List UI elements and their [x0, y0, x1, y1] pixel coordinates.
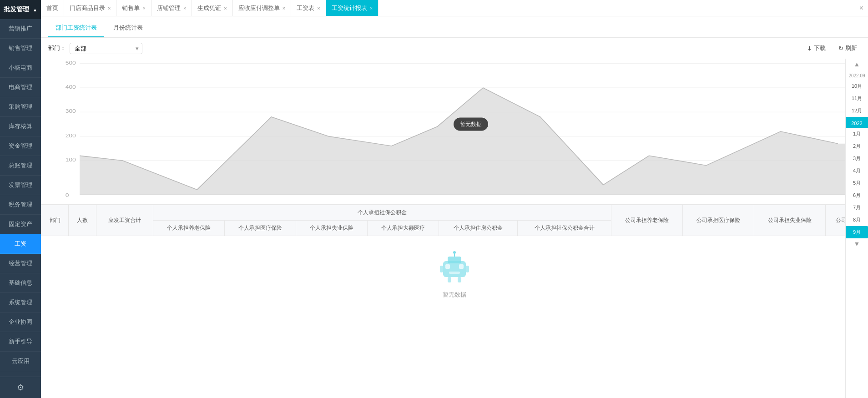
date-nav-up[interactable]: ▲ — [846, 59, 868, 70]
sidebar-item-yyyp[interactable]: 云应用 — [0, 352, 41, 371]
tab-label-home: 首页 — [46, 4, 58, 12]
refresh-button[interactable]: ↻ 刷新 — [835, 42, 861, 54]
date-month-8[interactable]: 8月 — [846, 214, 868, 226]
date-month-5[interactable]: 5月 — [846, 177, 868, 189]
date-month-4[interactable]: 4月 — [846, 165, 868, 177]
col-personal-unemployment: 个人承担失业保险 — [296, 221, 367, 236]
sidebar-item-zjgl[interactable]: 资金管理 — [0, 136, 41, 156]
sidebar-item-swgl[interactable]: 税务管理 — [0, 195, 41, 215]
tab-voucher[interactable]: 生成凭证× — [192, 0, 232, 16]
date-month-12[interactable]: 12月 — [846, 105, 868, 117]
date-month-6[interactable]: 6月 — [846, 189, 868, 202]
toolbar-left: 部门： 全部 — [48, 43, 142, 54]
col-personal-total: 个人承担社保公积金合计 — [518, 221, 611, 236]
tab-close-receivable[interactable]: × — [283, 5, 285, 11]
tab-close-store[interactable]: × — [183, 5, 186, 11]
col-company-medical: 公司承担医疗保险 — [682, 205, 754, 236]
toolbar: 部门： 全部 ⬇ 下载 ↻ 刷新 — [41, 38, 868, 59]
tab-close-payroll[interactable]: × — [317, 5, 320, 11]
sidebar-item-dsgl[interactable]: 电商管理 — [0, 78, 41, 97]
tab-label-payroll-report: 工资统计报表 — [332, 4, 367, 12]
sub-tab-monthly-stats[interactable]: 月份统计表 — [106, 21, 150, 37]
sidebar-item-fpgl[interactable]: 发票管理 — [0, 176, 41, 195]
tab-home[interactable]: 首页 — [41, 0, 64, 16]
tab-close-voucher[interactable]: × — [224, 5, 227, 11]
svg-point-15 — [453, 251, 456, 254]
sidebar-item-qyxt[interactable]: 企业协同 — [0, 312, 41, 332]
date-month-3[interactable]: 3月 — [846, 152, 868, 165]
tab-payroll[interactable]: 工资表× — [291, 0, 326, 16]
sidebar-item-xpds[interactable]: 小畅电商 — [0, 58, 41, 78]
col-personal-medical: 个人承担医疗保险 — [224, 221, 296, 236]
sidebar-item-gdzc[interactable]: 固定资产 — [0, 215, 41, 234]
date-month-11[interactable]: 11月 — [846, 92, 868, 105]
sidebar: 批发管理 ▲ 营销推广销售管理小畅电商电商管理采购管理库存核算资金管理总账管理发… — [0, 0, 41, 398]
svg-rect-17 — [459, 264, 464, 269]
date-month-2[interactable]: 2月 — [846, 140, 868, 152]
date-month-1[interactable]: 1月 — [846, 128, 868, 140]
tab-close-sales[interactable]: × — [142, 5, 145, 11]
tab-receivable[interactable]: 应收应付调整单× — [233, 0, 291, 16]
col-dept: 部门 — [41, 205, 69, 236]
col-company-unemployment: 公司承担失业保险 — [754, 205, 826, 236]
dept-label: 部门： — [48, 44, 66, 52]
tabs-bar: 首页门店商品目录×销售单×店铺管理×生成凭证×应收应付调整单×工资表×工资统计报… — [41, 0, 868, 16]
tab-catalog[interactable]: 门店商品目录× — [64, 0, 116, 16]
sidebar-item-cggl[interactable]: 采购管理 — [0, 97, 41, 117]
col-personal-large-medical: 个人承担大额医疗 — [368, 221, 439, 236]
toolbar-right: ⬇ 下载 ↻ 刷新 — [803, 42, 861, 54]
tab-label-payroll: 工资表 — [297, 4, 314, 12]
date-month-9[interactable]: 9月 — [846, 226, 868, 238]
svg-rect-22 — [458, 277, 461, 282]
sidebar-item-zzgl[interactable]: 总账管理 — [0, 156, 41, 176]
tab-close-payroll-report[interactable]: × — [370, 5, 373, 11]
svg-rect-12 — [443, 261, 466, 277]
tab-label-receivable: 应收应付调整单 — [238, 4, 280, 12]
download-label: 下载 — [814, 44, 826, 52]
sidebar-item-yxtp[interactable]: 营销推广 — [0, 19, 41, 39]
tab-label-sales: 销售单 — [122, 4, 140, 12]
sidebar-item-xtgl[interactable]: 系统管理 — [0, 293, 41, 312]
svg-rect-13 — [448, 257, 461, 263]
svg-rect-20 — [466, 266, 469, 272]
date-month-7[interactable]: 7月 — [846, 202, 868, 214]
chart-wrapper: 500 400 300 200 100 0 — [48, 59, 861, 204]
tab-close-catalog[interactable]: × — [108, 5, 111, 11]
close-all-tabs-button[interactable]: × — [855, 4, 868, 12]
tab-payroll-report[interactable]: 工资统计报表× — [326, 0, 378, 16]
sidebar-item-gz[interactable]: 工资 — [0, 234, 41, 254]
svg-text:500: 500 — [66, 60, 76, 66]
sub-tab-dept-stats[interactable]: 部门工资统计表 — [48, 21, 104, 37]
sidebar-header[interactable]: 批发管理 ▲ — [0, 0, 41, 19]
date-year-2022-label[interactable]: 2022 — [846, 117, 868, 128]
sidebar-item-xsgl[interactable]: 销售管理 — [0, 39, 41, 58]
chart-svg: 500 400 300 200 100 0 — [48, 59, 861, 204]
svg-text:400: 400 — [66, 84, 76, 90]
date-nav-down[interactable]: ▼ — [846, 238, 868, 249]
date-month-10[interactable]: 10月 — [846, 80, 868, 92]
table-wrapper[interactable]: 部门 人数 应发工资合计 个人承担社保公积金 公司承担养老保险 公司承担医疗保险… — [41, 204, 868, 398]
sidebar-item-kchs[interactable]: 库存核算 — [0, 117, 41, 136]
col-total-wage: 应发工资合计 — [96, 205, 153, 236]
svg-text:200: 200 — [66, 132, 76, 139]
sidebar-footer-settings[interactable]: ⚙ — [0, 377, 41, 398]
refresh-icon: ↻ — [838, 45, 843, 52]
download-button[interactable]: ⬇ 下载 — [803, 42, 829, 54]
main-wrapper: 500 400 300 200 100 0 — [41, 59, 868, 398]
sidebar-item-jygl[interactable]: 经营管理 — [0, 254, 41, 273]
dept-select[interactable]: 全部 — [70, 43, 142, 54]
col-group-personal: 个人承担社保公积金 — [153, 205, 611, 221]
tab-sales[interactable]: 销售单× — [116, 0, 151, 16]
svg-rect-21 — [448, 277, 451, 282]
col-personal-housing: 个人承担住房公积金 — [439, 221, 518, 236]
tab-store[interactable]: 店铺管理× — [151, 0, 192, 16]
col-headcount: 人数 — [69, 205, 96, 236]
sidebar-item-xsyd[interactable]: 新手引导 — [0, 332, 41, 352]
svg-rect-18 — [449, 272, 460, 274]
date-year-2022[interactable]: 2022.09 — [846, 70, 868, 80]
sidebar-arrow-icon: ▲ — [33, 7, 37, 12]
tab-label-catalog: 门店商品目录 — [70, 4, 105, 12]
sidebar-title: 批发管理 — [4, 5, 29, 14]
sidebar-item-jcxx[interactable]: 基础信息 — [0, 273, 41, 293]
col-personal-pension: 个人承担养老保险 — [153, 221, 224, 236]
